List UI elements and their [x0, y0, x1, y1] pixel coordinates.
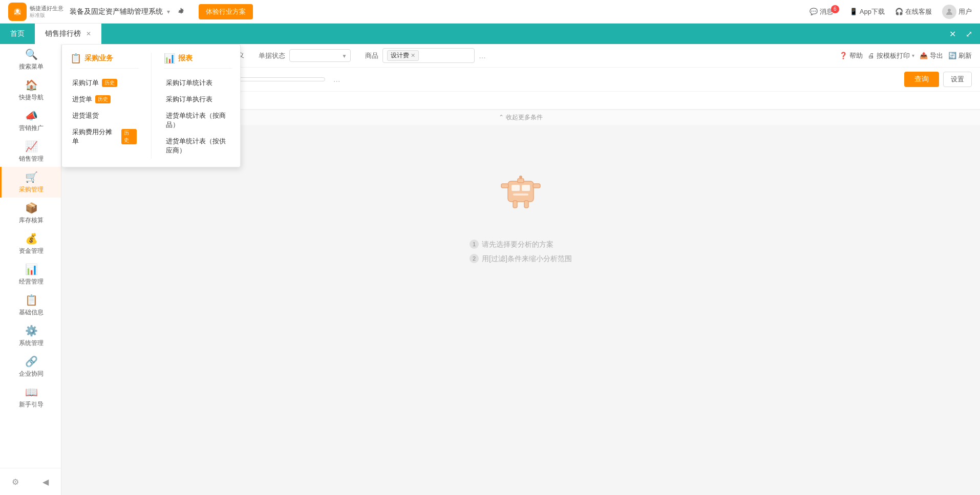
chevron-down-icon[interactable]: ▾: [167, 8, 170, 15]
dropdown-item-purchase-stats[interactable]: 采购订单统计表: [164, 75, 232, 91]
dropdown-item-inbound-supplier[interactable]: 进货单统计表（按供应商）: [164, 133, 232, 159]
svg-rect-10: [533, 184, 540, 188]
link-icon: 🔗: [25, 355, 38, 368]
expense-label: 采购费用分摊单: [72, 127, 118, 146]
export-icon: 📤: [920, 52, 928, 59]
chart-icon: 📈: [25, 140, 38, 153]
dropdown-item-purchase-exec[interactable]: 采购订单执行表: [164, 91, 232, 107]
header-sys-title: 装备及固定资产辅助管理系统 ▾ 体验行业方案: [70, 4, 809, 19]
sys-title-text: 装备及固定资产辅助管理系统: [70, 7, 163, 16]
book-icon: 📖: [25, 386, 38, 398]
gear-icon: ⚙️: [25, 325, 38, 337]
logo-icon: [8, 3, 27, 21]
tab-close-all-btn[interactable]: ✕: [945, 27, 960, 41]
tab-home[interactable]: 首页: [0, 24, 35, 44]
print-icon: 🖨: [868, 52, 875, 59]
sidebar-label-sys-mgmt: 系统管理: [19, 339, 44, 348]
help-icon: ❓: [839, 52, 847, 59]
inbound-goods-label: 进货单统计表（按商品）: [166, 111, 230, 130]
export-btn[interactable]: 📤 导出: [920, 51, 943, 60]
query-actions: 查询 设置: [904, 72, 972, 87]
inbound-label: 进货单: [72, 95, 92, 104]
svg-rect-2: [512, 185, 520, 191]
svg-point-6: [519, 176, 522, 179]
header-right: 💬 消息 6 📱 App下载 🎧 在线客服 用户: [809, 5, 972, 19]
expense-history[interactable]: 历史: [121, 129, 137, 144]
goods-more-dots[interactable]: ...: [479, 51, 485, 60]
megaphone-icon: 📣: [25, 110, 38, 122]
template-print-btn[interactable]: 🖨 按模板打印 ▾: [868, 51, 914, 60]
sidebar: 🔍 搜索菜单 🏠 快捷导航 📣 营销推广 📈 销售管理 🛒 采购管理 📦 库存核…: [0, 44, 61, 495]
sidebar-label-quick-nav: 快捷导航: [19, 93, 44, 102]
doc-status-label: 单据状态: [259, 51, 285, 60]
refresh-label: 刷新: [958, 51, 972, 60]
sidebar-item-basic-info[interactable]: 📋 基础信息: [0, 290, 61, 320]
app-download-item[interactable]: 📱 App下载: [849, 7, 885, 16]
query-btn[interactable]: 查询: [904, 72, 939, 87]
settings-icon[interactable]: [174, 5, 188, 19]
user-item[interactable]: 用户: [942, 5, 972, 19]
sidebar-item-search-menu[interactable]: 🔍 搜索菜单: [0, 44, 61, 75]
tab-close-icon[interactable]: ✕: [86, 30, 91, 37]
reports-col-icon: 📊: [164, 53, 175, 64]
online-service-item[interactable]: 🎧 在线客服: [895, 7, 932, 16]
export-label: 导出: [930, 51, 943, 60]
purchase-stats-label: 采购订单统计表: [166, 78, 212, 88]
sidebar-item-guide[interactable]: 📖 新手引导: [0, 382, 61, 413]
svg-rect-8: [524, 201, 528, 208]
empty-tip-2: 2 用[过滤]条件来缩小分析范围: [470, 251, 572, 266]
sidebar-item-sys-mgmt[interactable]: ⚙️ 系统管理: [0, 320, 61, 351]
tab-bar-right: ✕ ⤢: [945, 27, 980, 41]
empty-tip-1: 1 请先选择要分析的方案: [470, 237, 572, 251]
inbound-history[interactable]: 历史: [95, 95, 111, 103]
user-label: 用户: [958, 7, 972, 16]
purchase-order-history[interactable]: 历史: [102, 79, 117, 87]
sidebar-item-operations[interactable]: 📊 经营管理: [0, 259, 61, 290]
sidebar-item-inventory[interactable]: 📦 库存核算: [0, 198, 61, 228]
money-icon: 💰: [25, 232, 38, 245]
tab-sales-ranking[interactable]: 销售排行榜 ✕: [35, 24, 101, 44]
sidebar-item-purchase-mgmt[interactable]: 🛒 采购管理: [0, 167, 61, 198]
sidebar-item-finance[interactable]: 💰 资金管理: [0, 228, 61, 259]
tab-sales-ranking-label: 销售排行榜: [45, 29, 81, 38]
tab-bar: 首页 销售排行榜 ✕ ✕ ⤢: [0, 24, 980, 44]
salesperson-more-dots[interactable]: ...: [333, 75, 340, 84]
tab-maximize-btn[interactable]: ⤢: [962, 27, 976, 41]
sidebar-label-purchase-mgmt: 采购管理: [19, 185, 44, 194]
online-service-label: 在线客服: [905, 7, 932, 16]
sidebar-item-enterprise[interactable]: 🔗 企业协同: [0, 351, 61, 382]
refresh-icon: 🔄: [948, 52, 956, 59]
sidebar-item-quick-nav[interactable]: 🏠 快捷导航: [0, 75, 61, 105]
goods-input[interactable]: 设计费 ✕: [382, 48, 475, 63]
doc-status-select[interactable]: [289, 49, 351, 62]
sidebar-collapse-btn[interactable]: ◀: [37, 474, 54, 490]
sidebar-item-sales-mgmt[interactable]: 📈 销售管理: [0, 136, 61, 167]
tip-num-1: 1: [470, 240, 479, 249]
help-btn[interactable]: ❓ 帮助: [839, 51, 863, 60]
industry-btn[interactable]: 体验行业方案: [199, 4, 253, 19]
sidebar-label-finance: 资金管理: [19, 247, 44, 255]
dropdown-item-inbound-goods[interactable]: 进货单统计表（按商品）: [164, 107, 232, 133]
purchase-order-label: 采购订单: [72, 78, 99, 88]
messages-item[interactable]: 💬 消息 6: [809, 7, 839, 16]
return-label: 进货退货: [72, 111, 99, 120]
refresh-btn[interactable]: 🔄 刷新: [948, 51, 972, 60]
help-label: 帮助: [849, 51, 863, 60]
phone-icon: 📱: [849, 8, 858, 15]
print-arrow: ▾: [912, 53, 914, 58]
message-badge: 6: [831, 5, 839, 13]
sidebar-settings-btn[interactable]: ⚙: [7, 474, 24, 490]
goods-tag-label: 设计费: [391, 51, 409, 60]
cart-icon: 🛒: [25, 171, 38, 183]
goods-tag-close[interactable]: ✕: [411, 52, 415, 59]
purchase-col-title: 采购业务: [84, 54, 113, 63]
sidebar-item-marketing[interactable]: 📣 营销推广: [0, 105, 61, 136]
sidebar-label-operations: 经营管理: [19, 277, 44, 286]
sidebar-bottom: ⚙ ◀: [0, 468, 61, 495]
dropdown-item-purchase-order[interactable]: 采购订单 历史: [70, 75, 139, 91]
settings-filter-btn[interactable]: 设置: [943, 72, 972, 87]
dropdown-item-return[interactable]: 进货退货: [70, 107, 139, 124]
dropdown-item-expense[interactable]: 采购费用分摊单 历史: [70, 124, 139, 149]
dropdown-item-inbound[interactable]: 进货单 历史: [70, 91, 139, 107]
goods-tag: 设计费 ✕: [387, 50, 419, 61]
